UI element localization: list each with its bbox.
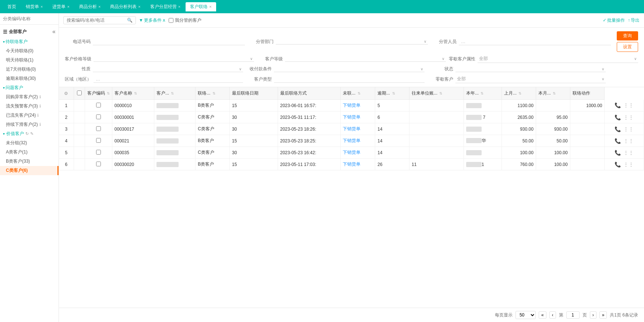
select-all-checkbox[interactable] [77,91,82,95]
tab-purchase[interactable]: 进货单 × [48,2,74,11]
row-last-way-link-3[interactable]: 下销货单 [343,138,360,143]
row-checkbox-4[interactable] [96,150,101,155]
tab-home[interactable]: 首页 [3,2,21,11]
sidebar-item-b-class[interactable]: B类客户(33) [0,157,59,166]
filter-person-dots[interactable]: … [459,38,611,45]
row-last-way[interactable]: 下销货单 [341,159,375,170]
col-lastmonth[interactable]: 上月... ⇅ [502,87,536,100]
col-contact[interactable]: 联络... ⇅ [196,87,230,100]
sidebar-item-overdue[interactable]: 逾期未联络(30) [0,74,59,83]
sort-name-icon[interactable]: ⇅ [134,91,137,95]
sort-code-icon[interactable]: ⇅ [107,91,110,95]
sidebar-item-7days[interactable]: 近7天待联络(0) [0,65,59,74]
tab-purchase-close[interactable]: × [67,4,69,9]
sidebar-item-repurchase-abnormal[interactable]: 回购异常客户(2) ℹ [0,92,59,102]
col-thismonth[interactable]: 本月... ⇅ [536,87,570,100]
my-customers-toggle[interactable]: 我分管的客户 [169,17,201,24]
last-page-btn[interactable]: » [599,311,607,319]
row-more-icon-5[interactable]: ⋮⋮ [623,162,634,167]
col-last-way[interactable]: 最后联络方式 [278,87,341,100]
sort-account-icon[interactable]: ⇅ [439,91,442,95]
tab-analysis-list-close[interactable]: × [138,4,140,9]
col-gear[interactable]: ⚙ [59,87,74,100]
row-last-way-link-5[interactable]: 下销货单 [343,162,360,167]
sort-contact-icon[interactable]: ⇅ [212,91,215,95]
row-more-icon-1[interactable]: ⋮⋮ [623,114,634,120]
sidebar-section-problem[interactable]: 问题客户 [0,83,59,92]
col-last-date[interactable]: 最后联络日期 [230,87,278,100]
query-button[interactable]: 查询 [617,31,638,40]
set-button[interactable]: 设置 [617,42,638,52]
edit-icon[interactable]: ✎ [30,131,34,136]
row-more-icon-2[interactable]: ⋮⋮ [623,126,634,132]
batch-operations-btn[interactable]: ✓ 批量操作 [603,17,625,24]
filter-status-select[interactable]: ∨ [455,66,606,72]
filter-phone-input[interactable] [93,38,245,45]
my-customers-checkbox[interactable] [169,18,173,23]
col-overdue[interactable]: 逾期... ⇅ [375,87,409,100]
row-checkbox-5[interactable] [96,162,101,166]
row-check[interactable] [85,147,112,159]
row-more-icon-0[interactable]: ⋮⋮ [623,102,634,108]
row-last-way[interactable]: 下销货单 [341,147,375,159]
row-phone-icon-4[interactable]: 📞 [615,150,621,156]
search-bar[interactable]: 🔍 [63,16,136,24]
row-phone-icon-1[interactable]: 📞 [615,114,621,120]
tab-customer-contact[interactable]: 客户联络 × [186,2,216,11]
col-unlink[interactable]: 未联... ⇅ [341,87,375,100]
sidebar-section-value[interactable]: 价值客户 ↻ ✎ [0,129,59,138]
filter-retail-select[interactable]: 全部 ∨ [455,75,606,83]
tab-analysis-close[interactable]: × [98,4,101,9]
row-check[interactable] [85,100,112,112]
row-last-way[interactable]: 下销货单 [341,123,375,135]
row-more-icon-3[interactable]: ⋮⋮ [623,138,634,144]
sidebar-item-today[interactable]: 今天待联络(0) [0,46,59,56]
sidebar-item-churn-warning[interactable]: 流失预警客户(3) ℹ [0,102,59,111]
row-checkbox-1[interactable] [96,114,101,119]
row-check[interactable] [85,112,112,123]
sidebar-search-input[interactable] [3,16,58,21]
row-last-way-link-4[interactable]: 下销货单 [343,150,360,155]
filter-customer-level-select[interactable]: ∨ [285,56,446,62]
row-last-way[interactable]: 下销货单 [341,135,375,147]
sidebar-item-churned[interactable]: 已流失客户(24) ℹ [0,111,59,120]
tab-analysis[interactable]: 商品分析 × [75,2,105,11]
more-conditions-btn[interactable]: ▼ 更多条件 ∧ [139,17,166,24]
sidebar-item-a-class[interactable]: A类客户(1) [0,148,59,157]
tab-sales-close[interactable]: × [41,4,43,9]
tab-customer-tier[interactable]: 客户分层经营 × [146,2,185,11]
export-btn[interactable]: ↑ 导出 [628,17,640,24]
sidebar-all-customers[interactable]: ☰ 全部客户 « [0,26,59,37]
row-phone-icon-5[interactable]: 📞 [615,162,621,167]
row-phone-icon-2[interactable]: 📞 [615,126,621,132]
sort-type-icon[interactable]: ⇅ [171,91,174,95]
row-checkbox-2[interactable] [96,126,101,131]
col-type[interactable]: 客户... ⇅ [154,87,196,100]
row-check[interactable] [85,135,112,147]
first-page-btn[interactable]: « [539,311,546,319]
row-check[interactable] [85,123,112,135]
col-account[interactable]: 往来单位账... ⇅ [409,87,464,100]
filter-price-level-select[interactable]: ∨ [94,56,254,62]
gear-icon[interactable]: ⚙ [64,91,68,96]
next-page-btn[interactable]: › [590,311,597,319]
sort-overdue-icon[interactable]: ⇅ [392,91,395,95]
row-phone-icon-3[interactable]: 📞 [615,138,621,144]
search-icon[interactable]: 🔍 [127,18,133,23]
refresh-icon[interactable]: ↻ [25,131,29,136]
col-name[interactable]: 客户名称 ⇅ [112,87,154,100]
page-input[interactable] [566,311,580,319]
filter-customer-type-input[interactable] [274,76,424,83]
filter-nature-select[interactable]: ∨ [93,66,243,72]
search-input[interactable] [67,18,126,23]
sort-lastmonth-icon[interactable]: ⇅ [518,91,521,95]
sidebar-section-pending[interactable]: 待联络客户 [0,37,59,46]
row-more-icon-4[interactable]: ⋮⋮ [623,150,634,156]
sidebar-dots-icon[interactable]: « [52,28,56,35]
sidebar-item-c-class[interactable]: C类客户(6) [0,166,59,175]
row-phone-icon-0[interactable]: 📞 [615,102,621,108]
tab-customer-contact-close[interactable]: × [209,4,211,9]
row-last-way-link-2[interactable]: 下销货单 [343,126,360,131]
sort-thismonth-icon[interactable]: ⇅ [553,91,556,95]
row-last-way[interactable]: 下销货单 [341,100,375,112]
